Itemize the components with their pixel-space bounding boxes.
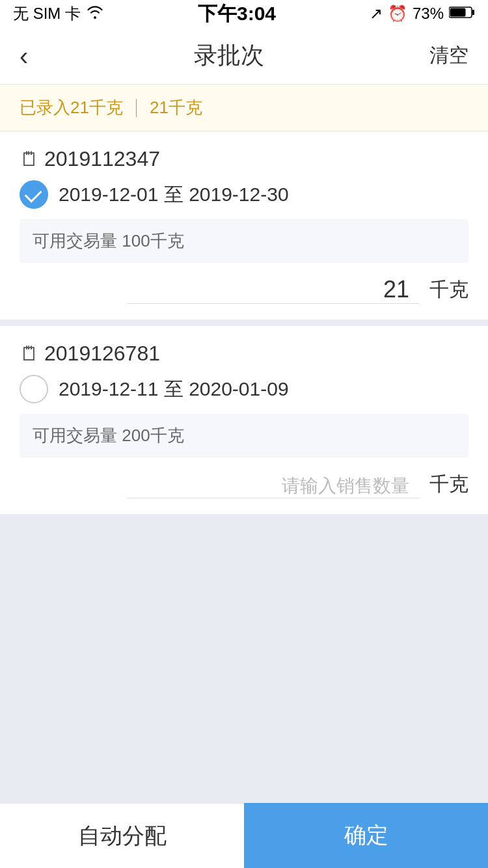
recorded-value: 21千克 (150, 96, 202, 119)
batch-item-1: 🗒 2019112347 2019-12-01 至 2019-12-30 可用交… (0, 131, 488, 263)
batch-card-1: 🗒 2019112347 2019-12-01 至 2019-12-30 可用交… (0, 131, 488, 319)
status-left: 无 SIM 卡 (13, 3, 104, 24)
nav-bar: ‹ 录批次 清空 (0, 27, 488, 85)
qty-input-row-1: 千克 (0, 263, 488, 319)
auto-distribute-button[interactable]: 自动分配 (0, 803, 244, 868)
batch-id-1: 2019112347 (44, 147, 160, 171)
qty-input-1[interactable] (127, 276, 419, 304)
banner-divider (136, 99, 137, 117)
battery-text: 73% (413, 5, 444, 23)
batch-date-2: 2019-12-11 至 2020-01-09 (59, 376, 289, 403)
batch-id-2: 2019126781 (44, 342, 160, 366)
status-time: 下午3:04 (198, 1, 276, 27)
info-banner: 已录入21千克 21千克 (0, 85, 488, 131)
batch-item-2: 🗒 2019126781 2019-12-11 至 2020-01-09 可用交… (0, 326, 488, 457)
qty-input-2[interactable] (127, 470, 419, 498)
battery-icon (449, 5, 475, 23)
batch-date-row-2[interactable]: 2019-12-11 至 2020-01-09 (20, 375, 468, 403)
page-title: 录批次 (194, 40, 264, 72)
location-icon: ↗ (370, 5, 383, 23)
bottom-bar: 自动分配 确定 (0, 803, 488, 868)
batch-date-1: 2019-12-01 至 2019-12-30 (59, 182, 289, 208)
available-qty-1: 可用交易量 100千克 (20, 219, 468, 263)
available-qty-2: 可用交易量 200千克 (20, 414, 468, 457)
status-bar: 无 SIM 卡 下午3:04 ↗ ⏰ 73% (0, 0, 488, 27)
back-button[interactable]: ‹ (20, 43, 28, 69)
no-sim-text: 无 SIM 卡 (13, 3, 81, 24)
status-right: ↗ ⏰ 73% (370, 5, 475, 23)
svg-rect-2 (450, 8, 465, 17)
clear-button[interactable]: 清空 (429, 42, 468, 69)
wifi-icon (86, 5, 104, 23)
radio-button-1[interactable] (20, 180, 48, 209)
qty-input-row-2: 千克 (0, 457, 488, 514)
confirm-button[interactable]: 确定 (244, 803, 488, 868)
batch-id-row-2: 🗒 2019126781 (20, 342, 468, 366)
batch-doc-icon-2: 🗒 (20, 343, 39, 365)
svg-rect-1 (472, 10, 474, 15)
empty-area (0, 514, 488, 839)
alarm-icon: ⏰ (388, 5, 407, 23)
recorded-label: 已录入21千克 (20, 96, 123, 119)
qty-unit-1: 千克 (429, 277, 468, 303)
batch-card-2: 🗒 2019126781 2019-12-11 至 2020-01-09 可用交… (0, 326, 488, 514)
batch-doc-icon-1: 🗒 (20, 148, 39, 170)
section-divider (0, 319, 488, 326)
qty-unit-2: 千克 (429, 471, 468, 498)
radio-button-2[interactable] (20, 375, 48, 403)
batch-date-row-1[interactable]: 2019-12-01 至 2019-12-30 (20, 180, 468, 209)
batch-id-row-1: 🗒 2019112347 (20, 147, 468, 171)
